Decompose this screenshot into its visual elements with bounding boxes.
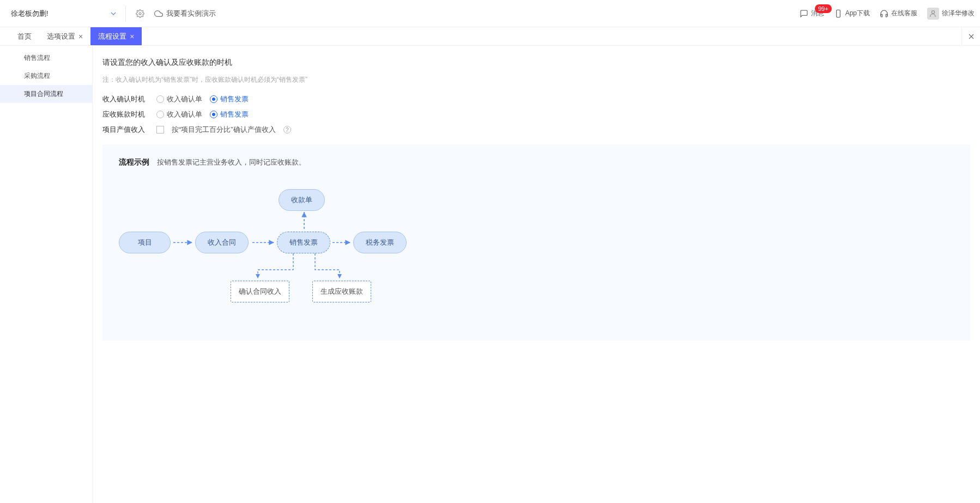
help-icon[interactable]: ? bbox=[283, 126, 291, 134]
svg-point-3 bbox=[931, 10, 934, 13]
chat-icon bbox=[800, 9, 808, 18]
flow-node-income-contract: 收入合同 bbox=[195, 232, 249, 253]
top-bar: 徐老板勿删! 我要看实例演示 消息 99+ App下载 在线客服 徐泽华修改 bbox=[0, 0, 980, 27]
ar-timing-radio-sales-invoice[interactable]: 销售发票 bbox=[210, 110, 249, 119]
headset-icon bbox=[880, 9, 888, 18]
flow-node-sales-invoice: 销售发票 bbox=[277, 232, 330, 253]
org-name: 徐老板勿删! bbox=[11, 9, 104, 19]
tab-option-settings-label: 选项设置 bbox=[47, 32, 75, 41]
svg-point-0 bbox=[139, 13, 141, 15]
radio-icon bbox=[156, 111, 164, 118]
revenue-timing-row: 收入确认时机 收入确认单 销售发票 bbox=[102, 94, 970, 104]
radio-label: 收入确认单 bbox=[167, 110, 202, 119]
tab-option-settings[interactable]: 选项设置× bbox=[39, 27, 90, 45]
project-value-row: 项目产值收入 按“项目完工百分比”确认产值收入 ? bbox=[102, 125, 970, 135]
page-title: 请设置您的收入确认及应收账款的时机 bbox=[102, 58, 970, 68]
flow-box-generate-ar: 生成应收账款 bbox=[312, 281, 371, 302]
flow-node-tax-invoice: 税务发票 bbox=[353, 232, 407, 253]
flow-box-confirm-income: 确认合同收入 bbox=[231, 281, 289, 302]
cs-label: 在线客服 bbox=[891, 9, 917, 18]
demo-link-label: 我要看实例演示 bbox=[166, 9, 216, 19]
ar-timing-radio-confirm-note[interactable]: 收入确认单 bbox=[156, 110, 202, 119]
radio-label: 销售发票 bbox=[220, 110, 249, 119]
tabs-row: 首页 选项设置× 流程设置× bbox=[0, 27, 980, 46]
sidebar: 销售流程 采购流程 项目合同流程 bbox=[0, 46, 93, 503]
radio-icon bbox=[210, 95, 217, 103]
app-download-label: App下载 bbox=[845, 9, 870, 18]
example-desc: 按销售发票记主营业务收入，同时记应收账款。 bbox=[157, 157, 306, 167]
revenue-timing-label: 收入确认时机 bbox=[102, 94, 149, 104]
project-value-label: 项目产值收入 bbox=[102, 125, 149, 135]
ar-timing-row: 应收账款时机 收入确认单 销售发票 bbox=[102, 110, 970, 119]
avatar bbox=[927, 8, 939, 20]
example-header: 流程示例 按销售发票记主营业务收入，同时记应收账款。 bbox=[119, 157, 954, 167]
topbar-left: 徐老板勿删! 我要看实例演示 bbox=[11, 5, 216, 22]
gear-icon bbox=[136, 9, 144, 18]
note-text: 注：收入确认时机为“销售发票”时，应收账款确认时机必须为“销售发票” bbox=[102, 75, 970, 84]
project-value-checkbox[interactable] bbox=[156, 126, 164, 134]
chevron-down-icon bbox=[109, 9, 118, 18]
ar-timing-label: 应收账款时机 bbox=[102, 110, 149, 119]
revenue-timing-radio-sales-invoice[interactable]: 销售发票 bbox=[210, 94, 249, 104]
main-content: 请设置您的收入确认及应收账款的时机 注：收入确认时机为“销售发票”时，应收账款确… bbox=[93, 46, 980, 503]
radio-label: 销售发票 bbox=[220, 94, 249, 104]
radio-icon bbox=[210, 111, 217, 118]
radio-icon bbox=[156, 95, 164, 103]
user-icon bbox=[929, 9, 937, 18]
close-all-tabs-button[interactable] bbox=[961, 27, 980, 45]
project-value-checkbox-label: 按“项目完工百分比”确认产值收入 bbox=[172, 125, 276, 135]
example-title: 流程示例 bbox=[119, 157, 149, 167]
app-download-button[interactable]: App下载 bbox=[834, 9, 870, 18]
username-label: 徐泽华修改 bbox=[942, 9, 975, 18]
topbar-right: 消息 99+ App下载 在线客服 徐泽华修改 bbox=[800, 8, 975, 20]
user-menu[interactable]: 徐泽华修改 bbox=[927, 8, 975, 20]
revenue-timing-radio-confirm-note[interactable]: 收入确认单 bbox=[156, 94, 202, 104]
close-icon[interactable]: × bbox=[130, 33, 134, 40]
radio-label: 收入确认单 bbox=[167, 94, 202, 104]
flow-node-project: 项目 bbox=[119, 232, 171, 253]
tab-home[interactable]: 首页 bbox=[10, 27, 39, 45]
customer-service-button[interactable]: 在线客服 bbox=[880, 9, 917, 18]
org-switcher[interactable]: 徐老板勿删! bbox=[11, 5, 126, 22]
sidebar-item-sales-flow[interactable]: 销售流程 bbox=[0, 49, 92, 67]
body: 销售流程 采购流程 项目合同流程 请设置您的收入确认及应收账款的时机 注：收入确… bbox=[0, 46, 980, 503]
tab-flow-settings-label: 流程设置 bbox=[98, 32, 126, 41]
demo-link[interactable]: 我要看实例演示 bbox=[154, 9, 216, 19]
close-icon bbox=[967, 32, 976, 41]
tab-flow-settings[interactable]: 流程设置× bbox=[90, 27, 142, 45]
flow-diagram: 项目 收入合同 销售发票 税务发票 收款单 确认合同收入 生成应收账款 bbox=[119, 177, 954, 319]
messages-badge: 99+ bbox=[815, 4, 832, 13]
sidebar-item-purchase-flow[interactable]: 采购流程 bbox=[0, 67, 92, 85]
close-icon[interactable]: × bbox=[78, 33, 83, 40]
sidebar-item-project-contract-flow[interactable]: 项目合同流程 bbox=[0, 85, 92, 103]
cloud-icon bbox=[154, 9, 163, 18]
settings-button[interactable] bbox=[136, 9, 144, 18]
tab-home-label: 首页 bbox=[17, 32, 32, 41]
mobile-icon bbox=[834, 9, 843, 18]
svg-rect-1 bbox=[836, 10, 840, 17]
flow-example-box: 流程示例 按销售发票记主营业务收入，同时记应收账款。 项目 收入合同 销售发票 … bbox=[102, 144, 970, 341]
messages-button[interactable]: 消息 99+ bbox=[800, 9, 824, 18]
flow-node-receipt-slip: 收款单 bbox=[279, 189, 325, 211]
